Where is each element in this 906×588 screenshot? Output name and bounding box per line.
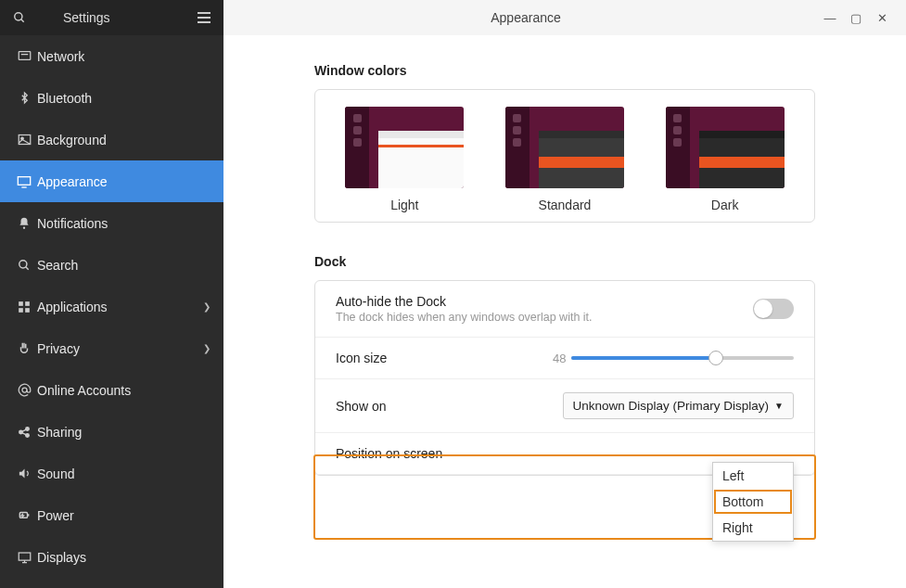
- svg-rect-9: [18, 176, 30, 185]
- titlebar: Appearance — ▢ ✕: [223, 0, 906, 35]
- iconsize-slider[interactable]: 48: [553, 352, 794, 365]
- sidebar-item-label: Sound: [37, 467, 211, 481]
- svg-rect-15: [25, 301, 30, 306]
- sidebar-item-label: Background: [37, 133, 211, 147]
- section-dock: Dock: [314, 254, 815, 269]
- svg-line-22: [22, 429, 27, 431]
- monitor-icon: [13, 551, 35, 564]
- showon-value: Unknown Display (Primary Display): [573, 399, 770, 413]
- svg-rect-16: [19, 308, 23, 313]
- theme-preview-light: [345, 107, 464, 188]
- svg-point-12: [19, 260, 27, 267]
- sidebar-item-sound[interactable]: Sound: [0, 453, 223, 494]
- search-icon: [13, 259, 35, 272]
- svg-rect-4: [198, 21, 211, 23]
- volume-icon: [13, 467, 35, 479]
- theme-preview-dark: [666, 107, 785, 188]
- dock-settings: Auto-hide the Dock The dock hides when a…: [314, 280, 815, 476]
- main-panel: Appearance — ▢ ✕ Window colors Light Sta…: [223, 0, 906, 588]
- bluetooth-icon: [13, 91, 35, 105]
- at-icon: [13, 383, 35, 397]
- search-icon[interactable]: [13, 11, 26, 24]
- theme-preview-standard: [505, 107, 624, 188]
- row-autohide: Auto-hide the Dock The dock hides when a…: [315, 281, 814, 338]
- sidebar-item-label: Applications: [37, 300, 203, 314]
- theme-label: Standard: [505, 198, 624, 212]
- svg-point-11: [23, 227, 25, 229]
- sidebar-item-label: Bluetooth: [37, 91, 211, 106]
- sidebar-item-bluetooth[interactable]: Bluetooth: [0, 77, 223, 119]
- maximize-button[interactable]: ▢: [843, 11, 869, 25]
- showon-label: Show on: [336, 399, 563, 414]
- sidebar-item-label: Search: [37, 258, 211, 273]
- sidebar-item-power[interactable]: Power: [0, 494, 223, 536]
- svg-rect-14: [19, 301, 23, 306]
- position-label: Position on screen: [336, 446, 794, 461]
- image-icon: [13, 134, 35, 146]
- position-option-bottom[interactable]: Bottom: [713, 489, 793, 515]
- position-popup: Left Bottom Right: [712, 462, 794, 542]
- dropdown-arrow-icon: ▼: [774, 401, 784, 411]
- sidebar-item-label: Online Accounts: [37, 383, 211, 398]
- chevron-right-icon: ❯: [203, 301, 211, 312]
- network-icon: [13, 49, 35, 63]
- sidebar: Settings Network Bluetooth Background Ap…: [0, 0, 223, 588]
- row-showon: Show on Unknown Display (Primary Display…: [315, 379, 814, 433]
- sidebar-item-background[interactable]: Background: [0, 119, 223, 160]
- window-title: Appearance: [235, 10, 817, 25]
- autohide-label: Auto-hide the Dock: [336, 294, 753, 309]
- hand-icon: [13, 341, 35, 355]
- sidebar-item-label: Power: [37, 508, 211, 523]
- settings-title: Settings: [63, 10, 198, 25]
- grid-icon: [13, 300, 35, 313]
- sidebar-item-label: Network: [37, 49, 211, 64]
- showon-dropdown[interactable]: Unknown Display (Primary Display) ▼: [563, 392, 794, 419]
- svg-rect-3: [198, 17, 211, 19]
- slider-track[interactable]: [571, 356, 794, 360]
- slider-thumb[interactable]: [708, 351, 723, 365]
- sidebar-item-search[interactable]: Search: [0, 244, 223, 286]
- iconsize-value: 48: [553, 352, 566, 365]
- sidebar-item-label: Appearance: [37, 174, 211, 189]
- theme-label: Dark: [666, 198, 785, 212]
- sidebar-item-appearance[interactable]: Appearance: [0, 160, 223, 202]
- autohide-toggle[interactable]: [753, 299, 794, 319]
- svg-rect-6: [20, 54, 28, 55]
- svg-line-1: [21, 19, 24, 22]
- autohide-label-group: Auto-hide the Dock The dock hides when a…: [336, 294, 753, 324]
- minimize-button[interactable]: —: [817, 11, 843, 25]
- sidebar-header: Settings: [0, 0, 223, 35]
- sidebar-item-privacy[interactable]: Privacy❯: [0, 327, 223, 369]
- position-option-right[interactable]: Right: [713, 515, 793, 541]
- sidebar-item-label: Notifications: [37, 216, 211, 231]
- iconsize-label: Icon size: [336, 351, 553, 365]
- hamburger-icon[interactable]: [198, 12, 211, 23]
- svg-line-13: [26, 266, 29, 269]
- position-option-left[interactable]: Left: [713, 463, 793, 489]
- sidebar-item-notifications[interactable]: Notifications: [0, 202, 223, 244]
- sidebar-item-sharing[interactable]: Sharing: [0, 411, 223, 453]
- close-button[interactable]: ✕: [869, 11, 895, 25]
- svg-rect-26: [19, 553, 31, 560]
- sidebar-item-label: Sharing: [37, 425, 211, 440]
- bell-icon: [13, 216, 35, 230]
- sidebar-item-online-accounts[interactable]: Online Accounts: [0, 369, 223, 411]
- sidebar-item-displays[interactable]: Displays: [0, 536, 223, 578]
- svg-rect-2: [198, 12, 211, 14]
- sidebar-item-label: Displays: [37, 550, 211, 565]
- theme-light[interactable]: Light: [345, 107, 464, 212]
- theme-selector: Light Standard Dark: [314, 89, 815, 223]
- sidebar-item-network[interactable]: Network: [0, 35, 223, 77]
- sidebar-item-applications[interactable]: Applications❯: [0, 286, 223, 327]
- theme-dark[interactable]: Dark: [666, 107, 785, 212]
- svg-point-0: [15, 13, 22, 20]
- theme-standard[interactable]: Standard: [505, 107, 624, 212]
- content: Window colors Light Standard Dark Dock A…: [223, 35, 906, 588]
- autohide-sub: The dock hides when any windows overlap …: [336, 311, 753, 324]
- svg-point-18: [22, 388, 27, 392]
- svg-rect-17: [25, 308, 30, 313]
- sidebar-item-label: Privacy: [37, 341, 203, 356]
- display-icon: [13, 175, 35, 188]
- theme-label: Light: [345, 198, 464, 212]
- chevron-right-icon: ❯: [203, 343, 211, 353]
